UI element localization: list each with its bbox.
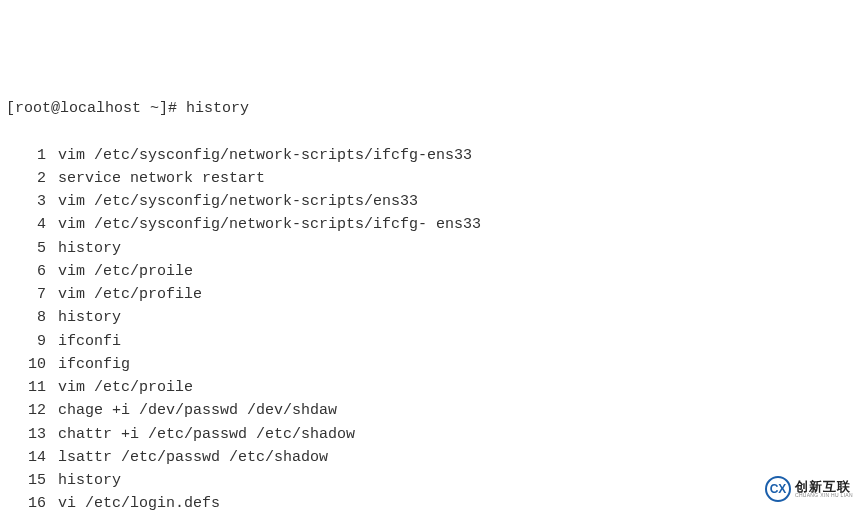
history-command: chattr +i /etc/passwd /etc/shadow (58, 423, 355, 446)
history-number: 14 (6, 446, 58, 469)
history-command: history (58, 306, 121, 329)
watermark-logo: CX 创新互联 CHUANG XIN HU LIAN (765, 474, 857, 504)
history-command: vim /etc/sysconfig/network-scripts/ens33 (58, 190, 418, 213)
history-row: 3vim /etc/sysconfig/network-scripts/ens3… (6, 190, 857, 213)
history-output: 1vim /etc/sysconfig/network-scripts/ifcf… (6, 144, 857, 511)
history-number: 4 (6, 213, 58, 236)
history-command: vim /etc/proile (58, 376, 193, 399)
history-command: history (58, 237, 121, 260)
history-row: 6vim /etc/proile (6, 260, 857, 283)
history-row: 7vim /etc/profile (6, 283, 857, 306)
history-row: 4vim /etc/sysconfig/network-scripts/ifcf… (6, 213, 857, 236)
history-number: 11 (6, 376, 58, 399)
history-number: 2 (6, 167, 58, 190)
history-row: 15history (6, 469, 857, 492)
history-row: 9ifconfi (6, 330, 857, 353)
history-command: vim /etc/sysconfig/network-scripts/ifcfg… (58, 144, 472, 167)
history-number: 5 (6, 237, 58, 260)
history-number: 15 (6, 469, 58, 492)
watermark-text: 创新互联 CHUANG XIN HU LIAN (795, 480, 853, 498)
history-number: 8 (6, 306, 58, 329)
history-command: vim /etc/profile (58, 283, 202, 306)
typed-command: history (186, 100, 249, 117)
history-number: 10 (6, 353, 58, 376)
watermark-icon: CX (765, 476, 791, 502)
history-command: ifconfi (58, 330, 121, 353)
history-number: 12 (6, 399, 58, 422)
history-command: history (58, 469, 121, 492)
shell-prompt: [root@localhost ~]# (6, 100, 186, 117)
history-command: chage +i /dev/passwd /dev/shdaw (58, 399, 337, 422)
history-number: 1 (6, 144, 58, 167)
watermark-en: CHUANG XIN HU LIAN (795, 493, 853, 498)
history-row: 13chattr +i /etc/passwd /etc/shadow (6, 423, 857, 446)
terminal-prompt-line: [root@localhost ~]# history (6, 97, 857, 120)
history-row: 1vim /etc/sysconfig/network-scripts/ifcf… (6, 144, 857, 167)
history-number: 13 (6, 423, 58, 446)
history-number: 3 (6, 190, 58, 213)
history-number: 7 (6, 283, 58, 306)
history-command: lsattr /etc/passwd /etc/shadow (58, 446, 328, 469)
history-number: 9 (6, 330, 58, 353)
history-number: 6 (6, 260, 58, 283)
history-row: 16vi /etc/login.defs (6, 492, 857, 510)
history-row: 11vim /etc/proile (6, 376, 857, 399)
history-command: vi /etc/login.defs (58, 492, 220, 510)
history-row: 2service network restart (6, 167, 857, 190)
history-command: ifconfig (58, 353, 130, 376)
history-row: 12chage +i /dev/passwd /dev/shdaw (6, 399, 857, 422)
history-command: vim /etc/proile (58, 260, 193, 283)
history-row: 5history (6, 237, 857, 260)
history-command: vim /etc/sysconfig/network-scripts/ifcfg… (58, 213, 481, 236)
history-number: 16 (6, 492, 58, 510)
history-row: 14lsattr /etc/passwd /etc/shadow (6, 446, 857, 469)
history-row: 8history (6, 306, 857, 329)
history-row: 10ifconfig (6, 353, 857, 376)
history-command: service network restart (58, 167, 265, 190)
